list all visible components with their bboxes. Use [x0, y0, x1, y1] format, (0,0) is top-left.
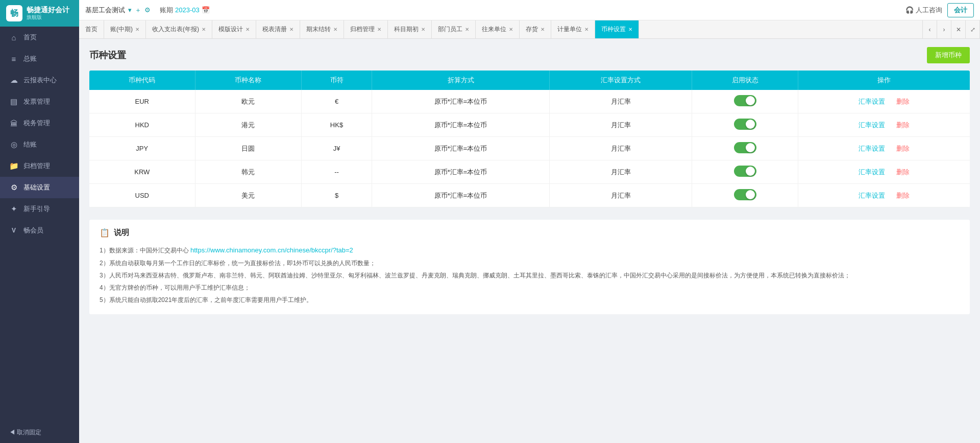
toggle-track-3[interactable] [734, 166, 756, 177]
sidebar-item-ledger[interactable]: ≡ 总账 [0, 48, 79, 69]
cell-toggle-4[interactable] [692, 184, 798, 207]
cell-toggle-2[interactable] [692, 137, 798, 160]
tab-mid-period[interactable]: 账(中期) ✕ [104, 20, 146, 39]
currency-table-wrap: 币种代码 币种名称 币符 折算方式 汇率设置方式 启用状态 操作 EUR 欧元 … [89, 71, 970, 207]
tab-archive-label: 归档管理 [350, 25, 375, 34]
tab-department-close[interactable]: ✕ [465, 27, 469, 32]
cell-name-4: 美元 [195, 184, 301, 207]
sidebar-item-reports[interactable]: ☁ 云报表中心 [0, 69, 79, 91]
toggle-2[interactable] [734, 142, 756, 153]
tab-mid-period-label: 账(中期) [110, 25, 133, 34]
tab-inventory[interactable]: 存货 ✕ [520, 20, 551, 39]
notes-title-block: 📋 说明 [100, 228, 960, 238]
rate-setting-btn-2[interactable]: 汇率设置 [859, 145, 885, 152]
tab-mid-period-close[interactable]: ✕ [135, 27, 139, 32]
tax-icon: 🏛 [9, 119, 18, 128]
toggle-0[interactable] [734, 95, 756, 106]
rate-setting-btn-0[interactable]: 汇率设置 [859, 98, 885, 105]
tab-currency[interactable]: 币种设置 ✕ [595, 20, 639, 39]
delete-btn-1[interactable]: 删除 [896, 121, 910, 129]
tab-annual-report-close[interactable]: ✕ [202, 27, 206, 32]
delete-btn-4[interactable]: 删除 [896, 192, 910, 199]
calendar-icon[interactable]: 📅 [202, 6, 210, 14]
period-label: 账期 [160, 6, 173, 15]
toggle-3[interactable] [734, 166, 756, 177]
sidebar-item-archive[interactable]: 📁 归档管理 [0, 155, 79, 177]
toggle-track-4[interactable] [734, 189, 756, 200]
tab-currency-close[interactable]: ✕ [628, 27, 632, 32]
toggle-track-2[interactable] [734, 142, 756, 153]
toggle-thumb-1 [746, 120, 755, 129]
toggle-thumb-4 [746, 190, 755, 199]
cell-toggle-0[interactable] [692, 90, 798, 113]
tab-tax-table[interactable]: 税表清册 ✕ [256, 20, 300, 39]
sidebar-item-vip[interactable]: V 畅会员 [0, 220, 79, 241]
delete-btn-2[interactable]: 删除 [896, 145, 910, 152]
cell-rate-type-3: 月汇率 [550, 160, 692, 184]
tab-contacts[interactable]: 往来单位 ✕ [476, 20, 520, 39]
settings-icon[interactable]: ⚙ [144, 6, 151, 14]
tab-template[interactable]: 模版设计 ✕ [212, 20, 256, 39]
cell-calc-2: 原币*汇率=本位币 [372, 137, 550, 160]
cell-rate-type-1: 月汇率 [550, 113, 692, 137]
sidebar-label-vip: 畅会员 [23, 226, 43, 235]
tab-home[interactable]: 首页 [79, 20, 104, 39]
dropdown-icon[interactable]: ▾ [128, 6, 132, 14]
sidebar-pin-toggle[interactable]: ◀ 取消固定 [0, 422, 79, 443]
tab-prev-btn[interactable]: ‹ [923, 20, 937, 39]
tab-inventory-close[interactable]: ✕ [541, 27, 545, 32]
sidebar-item-invoice[interactable]: ▤ 发票管理 [0, 91, 79, 112]
tab-period-end-close[interactable]: ✕ [333, 27, 337, 32]
sidebar-item-settle[interactable]: ◎ 结账 [0, 134, 79, 155]
tab-expand-btn[interactable]: ⤢ [966, 20, 980, 39]
chinamoney-link[interactable]: https://www.chinamoney.com.cn/chinese/bk… [190, 246, 353, 254]
tab-unit[interactable]: 计量单位 ✕ [551, 20, 595, 39]
table-row: HKD 港元 HK$ 原币*汇率=本位币 月汇率 汇率设置 删除 [89, 113, 970, 137]
service-btn[interactable]: 🎧 人工咨询 [905, 6, 942, 15]
sidebar-item-tax[interactable]: 🏛 税务管理 [0, 112, 79, 134]
toggle-4[interactable] [734, 189, 756, 200]
delete-btn-0[interactable]: 删除 [896, 98, 910, 105]
service-label: 人工咨询 [916, 6, 942, 15]
toggle-track-0[interactable] [734, 95, 756, 106]
tab-archive-close[interactable]: ✕ [377, 27, 381, 32]
app-logo-icon: 畅 [6, 5, 22, 21]
cell-symbol-3: -- [301, 160, 372, 184]
add-icon[interactable]: ＋ [135, 6, 141, 15]
sidebar-item-guide[interactable]: ✦ 新手引导 [0, 198, 79, 220]
rate-setting-btn-4[interactable]: 汇率设置 [859, 192, 885, 199]
tab-period-end[interactable]: 期末结转 ✕ [300, 20, 344, 39]
toggle-1[interactable] [734, 119, 756, 130]
sidebar-item-home[interactable]: ⌂ 首页 [0, 27, 79, 48]
account-btn[interactable]: 会计 [947, 3, 974, 17]
rate-setting-btn-1[interactable]: 汇率设置 [859, 121, 885, 129]
delete-btn-3[interactable]: 删除 [896, 168, 910, 176]
tab-department[interactable]: 部门员工 ✕ [432, 20, 476, 39]
cell-actions-3: 汇率设置 删除 [798, 160, 970, 184]
sidebar-item-basic[interactable]: ⚙ 基础设置 [0, 177, 79, 198]
tab-subject-init[interactable]: 科目期初 ✕ [388, 20, 432, 39]
cell-toggle-3[interactable] [692, 160, 798, 184]
rate-setting-btn-3[interactable]: 汇率设置 [859, 168, 885, 176]
ledger-icon: ≡ [9, 55, 18, 63]
tab-archive[interactable]: 归档管理 ✕ [344, 20, 388, 39]
notes-list: 1）数据来源：中国外汇交易中心 https://www.chinamoney.c… [100, 244, 960, 306]
cell-calc-1: 原币*汇率=本位币 [372, 113, 550, 137]
new-currency-btn[interactable]: 新增币种 [927, 47, 970, 63]
tab-template-close[interactable]: ✕ [246, 27, 250, 32]
app-name: 畅捷通好会计 [27, 6, 69, 14]
tab-next-btn[interactable]: › [937, 20, 951, 39]
tab-tax-table-close[interactable]: ✕ [289, 27, 293, 32]
tab-unit-close[interactable]: ✕ [584, 27, 589, 32]
tab-contacts-close[interactable]: ✕ [509, 27, 513, 32]
tab-annual-report[interactable]: 收入支出表(年报) ✕ [146, 20, 212, 39]
archive-icon: 📁 [9, 161, 18, 171]
cell-code-4: USD [89, 184, 195, 207]
tab-subject-init-close[interactable]: ✕ [421, 27, 425, 32]
toggle-track-1[interactable] [734, 119, 756, 130]
col-status: 启用状态 [692, 71, 798, 90]
cell-toggle-1[interactable] [692, 113, 798, 137]
company-name-block: 基层工会测试 ▾ ＋ ⚙ [85, 6, 151, 15]
tab-close-all-btn[interactable]: ✕ [951, 20, 966, 39]
col-calc: 折算方式 [372, 71, 550, 90]
